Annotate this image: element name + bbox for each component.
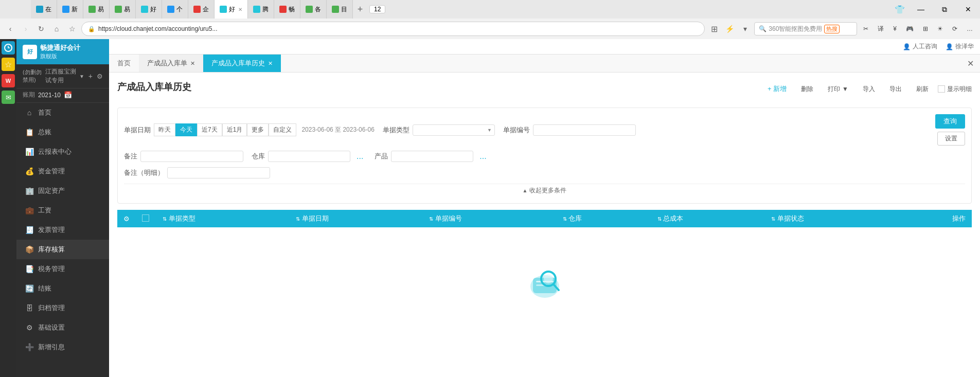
browser-tab-5[interactable]: 好 <box>136 0 162 19</box>
browser-tab-8-active[interactable]: 好 ✕ <box>215 0 248 19</box>
company-settings-icon[interactable]: ⚙ <box>97 73 103 80</box>
doc-type-select[interactable] <box>413 124 495 136</box>
date-btn-yesterday[interactable]: 昨天 <box>154 123 175 136</box>
browser-tab-7[interactable]: 企 <box>188 0 215 19</box>
table-header-checkbox[interactable] <box>142 214 149 222</box>
show-detail-checkbox[interactable]: 显示明细 <box>938 85 972 94</box>
close-window-button[interactable]: ✕ <box>956 0 980 19</box>
yuan-icon[interactable]: ¥ <box>890 24 900 33</box>
nav-item-home[interactable]: ⌂ 首页 <box>16 103 109 122</box>
nav-item-ledger[interactable]: 📋 总账 <box>16 122 109 142</box>
table-col-check[interactable] <box>136 210 155 227</box>
date-btn-today[interactable]: 今天 <box>175 123 197 136</box>
user-avatar[interactable]: 👤 徐泽华 <box>946 42 974 51</box>
back-button[interactable]: ‹ <box>4 23 16 35</box>
browser-tab-10[interactable]: 畅 <box>274 0 300 19</box>
search-bar[interactable]: 🔍 360智能抠图免费用 热搜 <box>754 22 857 35</box>
import-button[interactable]: 导入 <box>858 83 880 96</box>
more-icon[interactable]: … <box>964 24 976 33</box>
print-button[interactable]: 打印 ▼ <box>823 83 853 96</box>
translate-icon[interactable]: 译 <box>875 24 887 34</box>
bookmark-button[interactable]: ☆ <box>66 23 78 35</box>
breadcrumb-list-tab[interactable]: 产成品入库单 ✕ <box>139 55 203 72</box>
restore-button[interactable]: ⧉ <box>933 0 956 19</box>
nav-item-invoice[interactable]: 🧾 发票管理 <box>16 220 109 240</box>
tab-bar-shirt-icon[interactable]: 👕 <box>890 5 909 14</box>
browser-tab-3[interactable]: 易 <box>83 0 110 19</box>
table-col-warehouse[interactable]: ⇅ 仓库 <box>556 210 650 227</box>
checkbox-icon[interactable] <box>938 85 945 93</box>
notes-detail-input[interactable] <box>167 167 270 178</box>
sync-icon[interactable]: ⟳ <box>949 24 960 33</box>
lightning-icon[interactable]: ⚡ <box>723 23 736 35</box>
table-col-doc-type[interactable]: ⇅ 单据类型 <box>155 210 289 227</box>
calendar-icon[interactable]: 📅 <box>64 91 72 99</box>
game-icon[interactable]: 🎮 <box>903 24 917 33</box>
doc-type-select-wrapper[interactable] <box>413 124 495 136</box>
company-add-icon[interactable]: + <box>88 72 93 80</box>
nav-item-report[interactable]: 📊 云报表中心 <box>16 142 109 161</box>
nav-item-payroll[interactable]: 💼 工资 <box>16 201 109 220</box>
extensions-icon[interactable]: ⊞ <box>708 23 720 35</box>
table-col-total-cost[interactable]: ⇅ 总成本 <box>650 210 764 227</box>
query-button[interactable]: 查询 <box>935 114 965 129</box>
browser-tab-9[interactable]: 腾 <box>248 0 274 19</box>
grid-icon[interactable]: ⊞ <box>920 24 931 33</box>
theme-icon[interactable]: ☀ <box>934 24 946 33</box>
nav-item-fund[interactable]: 💰 资金管理 <box>16 161 109 181</box>
company-dropdown-icon[interactable]: ▼ <box>79 74 84 79</box>
nav-item-inventory[interactable]: 📦 库存核算 <box>16 240 109 259</box>
warehouse-input[interactable] <box>268 151 350 162</box>
sidebar-company-row[interactable]: (勿删勿禁用) 江西服宝测试专用 ▼ + ⚙ <box>16 64 109 88</box>
browser-tab-11[interactable]: 各 <box>300 0 327 19</box>
app-logo-icon[interactable] <box>2 41 15 55</box>
browser-tab-1[interactable]: 在 <box>31 0 57 19</box>
date-btn-7days[interactable]: 近7天 <box>197 123 222 136</box>
nav-item-archive[interactable]: 🗄 归档管理 <box>16 298 109 318</box>
weibo-icon[interactable]: W <box>2 74 15 87</box>
product-dots-btn[interactable]: ... <box>476 152 489 161</box>
nav-item-tax[interactable]: 📑 税务管理 <box>16 259 109 279</box>
browser-tab-4[interactable]: 易 <box>110 0 136 19</box>
set-button[interactable]: 设置 <box>937 132 965 146</box>
notes-input[interactable] <box>140 151 243 162</box>
browser-tab-6[interactable]: 个 <box>162 0 188 19</box>
nav-item-settle[interactable]: 🔄 结账 <box>16 279 109 298</box>
table-col-doc-number[interactable]: ⇅ 单据编号 <box>422 210 555 227</box>
warehouse-dots-btn[interactable]: ... <box>353 152 366 161</box>
doc-number-input[interactable] <box>533 124 636 136</box>
list-tab-close[interactable]: ✕ <box>190 60 195 67</box>
forward-button[interactable]: › <box>20 23 32 35</box>
address-dropdown[interactable]: ▾ <box>739 23 751 35</box>
url-bar[interactable]: 🔒 https://cloud.chanjet.com/accounting/u… <box>81 22 705 36</box>
history-tab-close[interactable]: ✕ <box>268 60 273 67</box>
home-button[interactable]: ⌂ <box>50 23 63 35</box>
export-button[interactable]: 导出 <box>884 83 907 96</box>
date-btn-more[interactable]: 更多 <box>247 123 269 136</box>
print-dropdown-icon[interactable]: ▼ <box>842 85 848 93</box>
breadcrumb-history-tab[interactable]: 产成品入库单历史 ✕ <box>203 55 281 72</box>
service-button[interactable]: 👤 人工咨询 <box>903 42 937 51</box>
nav-item-new-rule[interactable]: ➕ 新增引息 <box>16 337 109 357</box>
table-col-gear[interactable]: ⚙ <box>117 210 136 227</box>
mail-icon[interactable]: ✉ <box>2 91 15 104</box>
nav-item-asset[interactable]: 🏢 固定资产 <box>16 181 109 201</box>
refresh-browser-button[interactable]: ↻ <box>35 23 47 35</box>
minimize-button[interactable]: — <box>909 0 933 19</box>
breadcrumb-home[interactable]: 首页 <box>109 55 139 72</box>
refresh-page-button[interactable]: 刷新 <box>911 83 934 96</box>
new-tab-button[interactable]: + <box>353 0 367 19</box>
browser-tab-2[interactable]: 新 <box>57 0 83 19</box>
scissors-icon[interactable]: ✂ <box>860 24 871 33</box>
table-col-doc-date[interactable]: ⇅ 单据日期 <box>289 210 422 227</box>
favorite-icon[interactable]: ☆ <box>2 58 15 71</box>
table-col-doc-status[interactable]: ⇅ 单据状态 <box>764 210 897 227</box>
nav-item-settings[interactable]: ⚙ 基础设置 <box>16 318 109 337</box>
tab-area-close-icon[interactable]: ✕ <box>961 55 980 73</box>
add-button[interactable]: + 新增 <box>762 82 792 96</box>
delete-button[interactable]: 删除 <box>796 83 818 96</box>
date-btn-custom[interactable]: 自定义 <box>269 123 296 136</box>
collapse-button[interactable]: ▲ 收起更多条件 <box>124 184 965 197</box>
date-btn-1month[interactable]: 近1月 <box>222 123 247 136</box>
tab8-close[interactable]: ✕ <box>238 7 242 12</box>
